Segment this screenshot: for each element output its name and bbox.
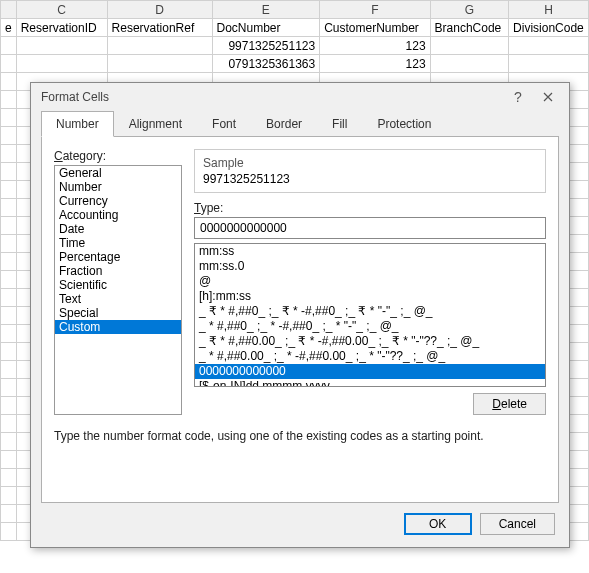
format-code-item[interactable]: _ * #,##0_ ;_ * -#,##0_ ;_ * "-"_ ;_ @_ xyxy=(195,319,545,334)
help-icon[interactable]: ? xyxy=(503,86,533,108)
category-item[interactable]: Accounting xyxy=(55,208,181,222)
category-item[interactable]: Scientific xyxy=(55,278,181,292)
cell[interactable]: BranchCode xyxy=(430,19,509,37)
cell[interactable]: CustomerNumber xyxy=(320,19,430,37)
category-item[interactable]: Percentage xyxy=(55,250,181,264)
format-code-item[interactable]: _ ₹ * #,##0.00_ ;_ ₹ * -#,##0.00_ ;_ ₹ *… xyxy=(195,334,545,349)
col-header[interactable]: C xyxy=(16,1,107,19)
category-item[interactable]: Currency xyxy=(55,194,181,208)
cell[interactable]: ReservationID xyxy=(16,19,107,37)
format-code-item[interactable]: _ ₹ * #,##0_ ;_ ₹ * -#,##0_ ;_ ₹ * "-"_ … xyxy=(195,304,545,319)
category-item[interactable]: Fraction xyxy=(55,264,181,278)
hint-text: Type the number format code, using one o… xyxy=(54,429,546,443)
tab-protection[interactable]: Protection xyxy=(362,111,446,137)
category-item[interactable]: Text xyxy=(55,292,181,306)
cell[interactable]: 9971325251123 xyxy=(212,37,320,55)
table-row[interactable]: e ReservationID ReservationRef DocNumber… xyxy=(1,19,589,37)
column-header-row[interactable]: C D E F G H xyxy=(1,1,589,19)
tab-alignment[interactable]: Alignment xyxy=(114,111,197,137)
cancel-button[interactable]: Cancel xyxy=(480,513,555,535)
dialog-footer: OK Cancel xyxy=(31,513,569,547)
format-code-item[interactable]: [h]:mm:ss xyxy=(195,289,545,304)
ok-button[interactable]: OK xyxy=(404,513,472,535)
format-code-item[interactable]: _ * #,##0.00_ ;_ * -#,##0.00_ ;_ * "-"??… xyxy=(195,349,545,364)
delete-button[interactable]: Delete xyxy=(473,393,546,415)
dialog-title: Format Cells xyxy=(41,90,503,104)
format-code-item[interactable]: [$-en-IN]dd mmmm yyyy xyxy=(195,379,545,387)
close-icon[interactable] xyxy=(533,86,563,108)
category-listbox[interactable]: GeneralNumberCurrencyAccountingDateTimeP… xyxy=(54,165,182,415)
cell[interactable]: DocNumber xyxy=(212,19,320,37)
col-header[interactable]: E xyxy=(212,1,320,19)
sample-label: Sample xyxy=(203,156,537,170)
sample-value: 9971325251123 xyxy=(203,172,537,186)
col-header[interactable]: H xyxy=(509,1,589,19)
col-header[interactable]: G xyxy=(430,1,509,19)
col-header[interactable]: D xyxy=(107,1,212,19)
format-code-item[interactable]: @ xyxy=(195,274,545,289)
type-label: Type: xyxy=(194,201,546,215)
category-item[interactable]: Date xyxy=(55,222,181,236)
category-item[interactable]: Special xyxy=(55,306,181,320)
tab-border[interactable]: Border xyxy=(251,111,317,137)
format-cells-dialog: Format Cells ? Number Alignment Font Bor… xyxy=(30,82,570,548)
category-item[interactable]: General xyxy=(55,166,181,180)
tab-number[interactable]: Number xyxy=(41,111,114,137)
tab-fill[interactable]: Fill xyxy=(317,111,362,137)
format-code-listbox[interactable]: mm:ssmm:ss.0@[h]:mm:ss_ ₹ * #,##0_ ;_ ₹ … xyxy=(194,243,546,387)
table-row[interactable]: 0791325361363 123 xyxy=(1,55,589,73)
col-header[interactable] xyxy=(1,1,17,19)
tab-font[interactable]: Font xyxy=(197,111,251,137)
cell[interactable]: 0791325361363 xyxy=(212,55,320,73)
format-code-item[interactable]: 0000000000000 xyxy=(195,364,545,379)
dialog-titlebar: Format Cells ? xyxy=(31,83,569,111)
format-code-item[interactable]: mm:ss xyxy=(195,244,545,259)
sample-box: Sample 9971325251123 xyxy=(194,149,546,193)
cell[interactable]: DivisionCode xyxy=(509,19,589,37)
table-row[interactable]: 9971325251123 123 xyxy=(1,37,589,55)
cell[interactable]: 123 xyxy=(320,55,430,73)
col-header[interactable]: F xyxy=(320,1,430,19)
format-code-item[interactable]: mm:ss.0 xyxy=(195,259,545,274)
cell[interactable]: ReservationRef xyxy=(107,19,212,37)
number-tab-panel: Category: GeneralNumberCurrencyAccountin… xyxy=(41,136,559,503)
category-item[interactable]: Time xyxy=(55,236,181,250)
category-label: Category: xyxy=(54,149,182,163)
category-item[interactable]: Custom xyxy=(55,320,181,334)
type-input[interactable] xyxy=(194,217,546,239)
cell[interactable]: 123 xyxy=(320,37,430,55)
category-item[interactable]: Number xyxy=(55,180,181,194)
dialog-tabs: Number Alignment Font Border Fill Protec… xyxy=(31,111,569,137)
